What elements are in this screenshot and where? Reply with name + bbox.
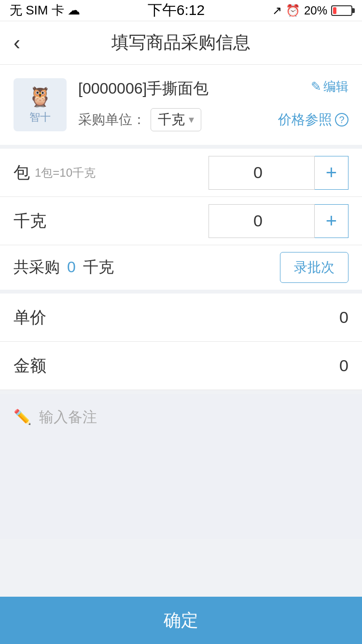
status-bar: 无 SIM 卡 ☁ 下午6:12 ↗ ⏰ 20% [0, 0, 362, 21]
unit-select[interactable]: 千克 ▾ [151, 108, 201, 131]
unit-value: 千克 [158, 111, 185, 129]
product-card: 🦉 智十 [0000006]手撕面包 ✎ 编辑 采购单位： 千克 ▾ 价格参照 [0, 65, 362, 149]
product-name: [0000006]手撕面包 [78, 78, 209, 99]
kg-quantity-input[interactable] [209, 204, 315, 238]
bag-sublabel: 1包=10千克 [35, 165, 96, 181]
notes-placeholder: 输入备注 [39, 407, 97, 427]
summary-row: 共采购 0 千克 录批次 [0, 245, 362, 294]
edit-button[interactable]: ✎ 编辑 [311, 78, 348, 95]
edit-icon: ✎ [311, 79, 321, 94]
back-icon: ‹ [14, 31, 20, 55]
location-icon: ↗ [272, 4, 282, 17]
unit-selector-wrap: 采购单位： 千克 ▾ [78, 108, 201, 131]
bag-quantity-row: 包 1包=10千克 + [0, 149, 362, 197]
summary-amount: 0 [67, 258, 76, 276]
bag-label: 包 [14, 162, 30, 184]
bag-plus-button[interactable]: + [315, 156, 348, 190]
chevron-down-icon: ▾ [189, 113, 194, 126]
status-left: 无 SIM 卡 ☁ [10, 2, 80, 19]
kg-quantity-row: 千克 + [0, 197, 362, 245]
alarm-icon: ⏰ [286, 4, 300, 17]
product-unit-row: 采购单位： 千克 ▾ 价格参照 ? [78, 108, 348, 131]
product-thumbnail: 🦉 智十 [14, 78, 67, 131]
summary-text: 共采购 0 千克 [14, 257, 114, 278]
unit-prefix-label: 采购单位： [78, 111, 146, 129]
battery-text: 20% [304, 4, 327, 17]
kg-input-wrap: + [209, 204, 348, 238]
pencil-icon: ✏️ [14, 408, 31, 425]
notes-section[interactable]: ✏️ 输入备注 [0, 394, 362, 539]
product-title: 手撕面包 [147, 80, 209, 97]
product-logo-label: 智十 [29, 110, 51, 125]
total-amount-row: 金额 0 [0, 342, 362, 390]
nav-bar: ‹ 填写商品采购信息 [0, 21, 362, 65]
edit-label: 编辑 [323, 78, 348, 95]
sim-status: 无 SIM 卡 ☁ [10, 2, 80, 19]
bag-input-wrap: + [209, 156, 348, 190]
product-info: [0000006]手撕面包 ✎ 编辑 采购单位： 千克 ▾ 价格参照 ? [78, 78, 348, 131]
confirm-button[interactable]: 确定 [0, 597, 362, 644]
record-batch-button[interactable]: 录批次 [280, 252, 348, 283]
bag-quantity-input[interactable] [209, 156, 315, 190]
unit-price-label: 单价 [14, 307, 46, 329]
battery-icon [331, 5, 352, 16]
quantity-section: 包 1包=10千克 + 千克 + [0, 149, 362, 245]
summary-prefix: 共采购 [14, 258, 60, 276]
total-amount-value: 0 [339, 356, 348, 375]
price-reference-button[interactable]: 价格参照 ? [278, 111, 348, 129]
kg-label: 千克 [14, 210, 46, 232]
back-button[interactable]: ‹ [14, 31, 20, 55]
unit-price-value: 0 [339, 308, 348, 327]
status-right: ↗ ⏰ 20% [272, 4, 352, 17]
product-logo-icon: 🦉 [28, 85, 52, 108]
price-ref-label: 价格参照 [278, 111, 332, 129]
product-header: [0000006]手撕面包 ✎ 编辑 [78, 78, 348, 99]
unit-price-row: 单价 0 [0, 294, 362, 342]
page-title: 填写商品采购信息 [111, 31, 251, 55]
product-code: [0000006] [78, 80, 147, 97]
summary-unit: 千克 [83, 258, 114, 276]
price-amount-section: 单价 0 金额 0 [0, 294, 362, 390]
kg-plus-button[interactable]: + [315, 204, 348, 238]
status-time: 下午6:12 [148, 0, 205, 20]
help-icon: ? [335, 113, 348, 126]
total-amount-label: 金额 [14, 355, 46, 377]
